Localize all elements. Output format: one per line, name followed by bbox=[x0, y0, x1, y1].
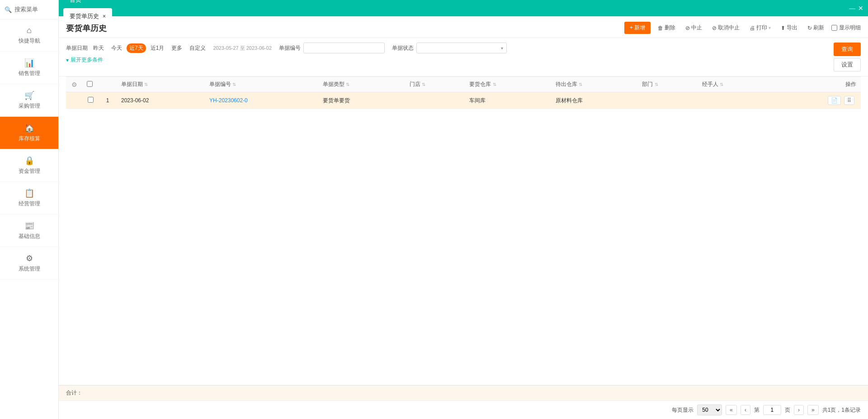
col-handler-label: 经手人 bbox=[702, 81, 718, 87]
date-btn-近1月[interactable]: 近1月 bbox=[148, 43, 167, 53]
sidebar-item-finance[interactable]: 🔒资金管理 bbox=[0, 149, 58, 182]
new-button[interactable]: + 新增 bbox=[624, 22, 651, 34]
display-detail-toggle[interactable]: 显示明细 bbox=[831, 24, 861, 32]
col-store-sort[interactable]: ⇅ bbox=[422, 82, 425, 87]
export-button[interactable]: ⬆ 导出 bbox=[778, 22, 800, 33]
date-btn-今天[interactable]: 今天 bbox=[108, 43, 125, 53]
current-page-input[interactable] bbox=[763, 405, 781, 415]
cell-doc-type-0: 要货单要货 bbox=[318, 92, 405, 109]
doc-status-select-wrap bbox=[416, 43, 507, 53]
sidebar-item-quick-nav[interactable]: ⌂快捷导航 bbox=[0, 19, 58, 52]
page-header: 要货单历史 + 新增 🗑 删除 ⊘ 中止 ⊘ 取消中止 🖨 打印 bbox=[59, 16, 868, 38]
col-type-sort[interactable]: ⇅ bbox=[346, 82, 349, 87]
col-header-settings[interactable]: ⚙ bbox=[66, 77, 82, 92]
next-page-button[interactable]: › bbox=[794, 405, 804, 415]
doc-number-input[interactable] bbox=[303, 43, 385, 53]
export-label: 导出 bbox=[787, 24, 797, 32]
cell-doc-number-0[interactable]: YH-20230602-0 bbox=[205, 92, 318, 109]
expand-label: 展开更多条件 bbox=[71, 56, 103, 64]
col-pending-warehouse-label: 待出仓库 bbox=[556, 81, 577, 87]
filter-action-buttons: 查询 设置 bbox=[834, 43, 861, 71]
cancel-suspend-icon: ⊘ bbox=[712, 25, 717, 31]
cell-handler-0 bbox=[698, 92, 770, 109]
doc-status-select[interactable] bbox=[416, 43, 507, 53]
row-checkbox-0[interactable] bbox=[88, 97, 94, 103]
col-date-sort[interactable]: ⇅ bbox=[144, 82, 148, 87]
sidebar-item-system[interactable]: ⚙系统管理 bbox=[0, 247, 58, 280]
query-button[interactable]: 查询 bbox=[834, 43, 861, 56]
display-detail-checkbox[interactable] bbox=[831, 25, 837, 31]
total-info: 共1页，1条记录 bbox=[822, 406, 861, 414]
expand-icon: ▾ bbox=[66, 57, 69, 63]
cell-action-0: 📄 ⠿ bbox=[770, 92, 861, 109]
col-header-department[interactable]: 部门 ⇅ bbox=[637, 77, 698, 92]
sidebar-item-basic[interactable]: 📰基础信息 bbox=[0, 214, 58, 247]
sidebar-label-finance: 资金管理 bbox=[19, 167, 40, 175]
data-table: ⚙ 单据日期 ⇅ 单据编号 ⇅ bbox=[66, 76, 861, 109]
filter-row: 单据日期 昨天今天近7天近1月更多自定义 2023-05-27 至 2023-0… bbox=[66, 43, 826, 53]
sidebar-label-operations: 经营管理 bbox=[19, 200, 40, 208]
col-req-warehouse-sort[interactable]: ⇅ bbox=[493, 82, 496, 87]
refresh-button[interactable]: ↻ 刷新 bbox=[805, 22, 827, 33]
filter-settings-button[interactable]: 设置 bbox=[834, 58, 861, 71]
sidebar-item-purchase[interactable]: 🛒采购管理 bbox=[0, 84, 58, 117]
suspend-icon: ⊘ bbox=[685, 25, 690, 31]
col-number-sort[interactable]: ⇅ bbox=[232, 82, 236, 87]
print-button[interactable]: 🖨 打印 ▾ bbox=[747, 22, 774, 33]
expand-filter-button[interactable]: ▾ 展开更多条件 bbox=[66, 56, 826, 64]
col-number-label: 单据编号 bbox=[209, 81, 231, 87]
col-header-handler[interactable]: 经手人 ⇅ bbox=[698, 77, 770, 92]
prev-page-button[interactable]: ‹ bbox=[741, 405, 750, 415]
col-pending-warehouse-sort[interactable]: ⇅ bbox=[579, 82, 582, 87]
date-btn-更多[interactable]: 更多 bbox=[169, 43, 185, 53]
col-header-doc-type[interactable]: 单据类型 ⇅ bbox=[318, 77, 405, 92]
date-btn-昨天[interactable]: 昨天 bbox=[90, 43, 107, 53]
col-store-label: 门店 bbox=[410, 81, 420, 87]
page-size-label: 每页显示 bbox=[672, 406, 693, 414]
date-range-display: 2023-05-27 至 2023-06-02 bbox=[213, 45, 272, 52]
date-btn-自定义[interactable]: 自定义 bbox=[187, 43, 208, 53]
col-header-pending-warehouse[interactable]: 待出仓库 ⇅ bbox=[551, 77, 638, 92]
col-department-sort[interactable]: ⇅ bbox=[655, 82, 658, 87]
sidebar-search[interactable]: 🔍 搜索菜单 bbox=[0, 0, 58, 19]
first-page-button[interactable]: « bbox=[726, 405, 737, 415]
col-header-checkbox[interactable] bbox=[82, 77, 99, 92]
topbar-tab-home[interactable]: 首页 bbox=[63, 0, 112, 8]
suspend-button[interactable]: ⊘ 中止 bbox=[683, 22, 705, 33]
table-settings-icon[interactable]: ⚙ bbox=[71, 81, 77, 88]
row-view-btn-0[interactable]: 📄 bbox=[828, 96, 841, 105]
date-filter-group: 单据日期 昨天今天近7天近1月更多自定义 2023-05-27 至 2023-0… bbox=[66, 43, 272, 53]
page-size-select[interactable]: 50 100 bbox=[697, 405, 722, 415]
topbar-tab-requisition-history[interactable]: 要货单历史× bbox=[63, 8, 112, 24]
col-header-req-warehouse[interactable]: 要货仓库 ⇅ bbox=[465, 77, 551, 92]
close-icon[interactable]: ✕ bbox=[858, 5, 863, 12]
delete-button[interactable]: 🗑 删除 bbox=[655, 22, 678, 33]
row-more-btn-0[interactable]: ⠿ bbox=[844, 96, 854, 105]
minimize-icon[interactable]: — bbox=[849, 5, 855, 12]
sidebar: 🔍 搜索菜单 ⌂快捷导航📊销售管理🛒采购管理🏠库存核算🔒资金管理📋经营管理📰基础… bbox=[0, 0, 59, 419]
sidebar-label-sales: 销售管理 bbox=[19, 70, 40, 77]
col-date-label: 单据日期 bbox=[121, 81, 143, 87]
sidebar-icon-finance: 🔒 bbox=[24, 156, 34, 166]
sidebar-item-inventory[interactable]: 🏠库存核算 bbox=[0, 117, 58, 149]
col-header-store[interactable]: 门店 ⇅ bbox=[405, 77, 465, 92]
col-header-doc-number[interactable]: 单据编号 ⇅ bbox=[205, 77, 318, 92]
topbar: 首页要货单历史× — ✕ bbox=[59, 0, 868, 16]
doc-status-label: 单据状态 bbox=[392, 44, 414, 52]
sidebar-item-sales[interactable]: 📊销售管理 bbox=[0, 52, 58, 84]
col-req-warehouse-label: 要货仓库 bbox=[469, 81, 491, 87]
sidebar-item-operations[interactable]: 📋经营管理 bbox=[0, 182, 58, 214]
col-header-doc-date[interactable]: 单据日期 ⇅ bbox=[117, 77, 205, 92]
last-page-button[interactable]: » bbox=[807, 405, 819, 415]
col-handler-sort[interactable]: ⇅ bbox=[720, 82, 723, 87]
cell-checkbox-0[interactable] bbox=[82, 92, 99, 109]
cancel-suspend-button[interactable]: ⊘ 取消中止 bbox=[709, 22, 742, 33]
doc-number-link-0[interactable]: YH-20230602-0 bbox=[209, 97, 248, 104]
col-department-label: 部门 bbox=[642, 81, 653, 87]
export-icon: ⬆ bbox=[781, 25, 785, 31]
select-all-checkbox[interactable] bbox=[87, 81, 93, 87]
delete-icon: 🗑 bbox=[658, 25, 663, 31]
col-header-num bbox=[99, 77, 117, 92]
date-btn-近7天[interactable]: 近7天 bbox=[127, 43, 146, 53]
tab-close-requisition-history[interactable]: × bbox=[103, 13, 106, 19]
